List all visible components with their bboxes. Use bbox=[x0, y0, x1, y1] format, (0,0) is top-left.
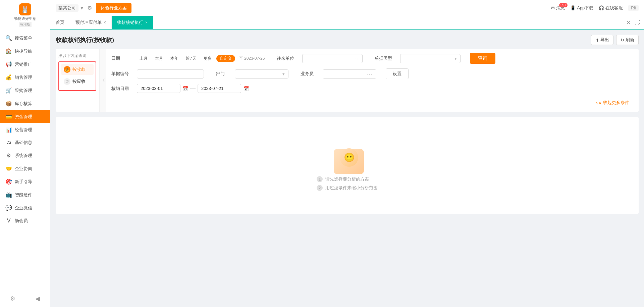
topbar-dropdown-icon[interactable]: ▾ bbox=[80, 5, 83, 11]
filter-scheme-sidebar: 按以下方案查询 💰 按收款 ⏱ 按应收 bbox=[56, 49, 99, 112]
collapse-more-btn[interactable]: ∧∧ 收起更多条件 bbox=[591, 98, 633, 108]
empty-hint-2: 2 用过滤条件来缩小分析范围 bbox=[317, 185, 378, 191]
app-badge: 标准版 bbox=[19, 22, 32, 27]
expand-tab-btn[interactable]: ⛶ bbox=[633, 18, 641, 27]
sidebar-item-label: 搜索菜单 bbox=[15, 35, 32, 41]
sidebar-item-label: 采购管理 bbox=[15, 88, 32, 94]
collapse-up-icon: ∧∧ bbox=[595, 100, 602, 105]
vip-icon: V bbox=[5, 218, 12, 224]
user-display: Rit bbox=[628, 5, 639, 11]
staff-dots-icon: ··· bbox=[367, 71, 373, 76]
sidebar-item-hardware[interactable]: 📺 智能硬件 bbox=[0, 188, 50, 201]
filter-by-receivable[interactable]: ⏱ 按应收 bbox=[61, 76, 94, 87]
verify-date-end-input[interactable] bbox=[198, 84, 241, 93]
close-tab-btn[interactable]: ✕ bbox=[625, 18, 632, 27]
hint-text-2: 用过滤条件来缩小分析范围 bbox=[325, 185, 378, 191]
sidebar-item-purchase[interactable]: 🛒 采购管理 bbox=[0, 84, 50, 97]
filter-body: 日期 上月 本月 本年 近7天 更多 自定义 至 2023-07-26 往来单位 bbox=[106, 49, 639, 112]
collapse-chevron-icon: 《 bbox=[101, 78, 105, 83]
refresh-btn[interactable]: ↻ 刷新 bbox=[616, 35, 639, 45]
marketing-icon: 📢 bbox=[5, 61, 12, 67]
sidebar-item-marketing[interactable]: 📢 营销推广 bbox=[0, 58, 50, 71]
collab-icon: 🤝 bbox=[5, 165, 12, 172]
filter-collapse-toggle[interactable]: 《 bbox=[99, 49, 106, 112]
counterpart-select[interactable]: ··· bbox=[302, 54, 363, 63]
sales-icon: 💰 bbox=[5, 74, 12, 81]
date-btn-custom[interactable]: 自定义 bbox=[216, 55, 235, 62]
sidebar-item-operations[interactable]: 📊 经营管理 bbox=[0, 123, 50, 136]
page-actions: ⬆ 导出 ↻ 刷新 bbox=[591, 35, 639, 45]
receivable-icon: ⏱ bbox=[64, 78, 70, 85]
empty-illustration: 😐 bbox=[330, 137, 364, 171]
tab-prepay-label: 预付冲应付单 bbox=[75, 19, 102, 25]
hint-num-1: 1 bbox=[317, 176, 323, 182]
tab-collection-close-icon[interactable]: × bbox=[145, 20, 148, 25]
sidebar-item-label: 新手引导 bbox=[15, 179, 32, 185]
sidebar-item-label: 企业协同 bbox=[15, 166, 32, 172]
sidebar-item-wechat[interactable]: 💬 企业微信 bbox=[0, 201, 50, 214]
filter-row-date: 日期 上月 本月 本年 近7天 更多 自定义 至 2023-07-26 往来单位 bbox=[111, 53, 633, 64]
tab-prepay-close-icon[interactable]: × bbox=[104, 20, 106, 25]
doc-no-input[interactable] bbox=[137, 69, 204, 79]
sidebar-item-label: 快捷导航 bbox=[15, 48, 32, 54]
wechat-icon: 💬 bbox=[5, 205, 12, 211]
date-btn-last-month[interactable]: 上月 bbox=[137, 55, 150, 62]
filter-by-receipt[interactable]: 💰 按收款 bbox=[61, 64, 94, 75]
query-btn[interactable]: 查询 bbox=[470, 53, 495, 64]
sidebar-item-label: 畅会员 bbox=[15, 218, 28, 224]
verify-date-wrap: 📅 — 📅 bbox=[137, 84, 249, 93]
settings-footer-btn[interactable]: ⚙ bbox=[8, 293, 17, 304]
sidebar-item-collab[interactable]: 🤝 企业协同 bbox=[0, 162, 50, 175]
date-btn-this-month[interactable]: 本月 bbox=[152, 55, 166, 62]
verify-date-end-cal-icon[interactable]: 📅 bbox=[243, 86, 249, 91]
doc-type-arrow-icon: ▾ bbox=[454, 56, 457, 61]
app-download-btn[interactable]: 📱 App下载 bbox=[570, 5, 593, 11]
settings-btn[interactable]: 设置 bbox=[386, 68, 409, 79]
sidebar-item-finance[interactable]: 💳 资金管理 bbox=[0, 110, 50, 123]
sidebar-item-system[interactable]: ⚙ 系统管理 bbox=[0, 149, 50, 162]
dept-select[interactable]: ▾ bbox=[235, 69, 288, 79]
tab-collection[interactable]: 收款核销执行 × bbox=[112, 16, 153, 29]
sidebar-item-guide[interactable]: 🎯 新手引导 bbox=[0, 175, 50, 188]
date-separator: — bbox=[190, 86, 196, 92]
sidebar-item-vip[interactable]: V 畅会员 bbox=[0, 214, 50, 227]
counterpart-dots-icon: ··· bbox=[354, 56, 359, 61]
industry-btn[interactable]: 体验行业方案 bbox=[96, 3, 131, 13]
verify-date-start-input[interactable] bbox=[137, 84, 180, 93]
content-area: 收款核销执行(按收款) ⬆ 导出 ↻ 刷新 按以下方案查询 bbox=[50, 30, 644, 307]
dept-arrow-icon: ▾ bbox=[282, 71, 285, 76]
filter-scheme-box: 💰 按收款 ⏱ 按应收 bbox=[58, 61, 96, 91]
staff-select[interactable]: ··· bbox=[323, 69, 376, 79]
hardware-icon: 📺 bbox=[5, 192, 12, 198]
date-options-group: 上月 本月 本年 近7天 更多 自定义 至 2023-07-26 bbox=[137, 55, 265, 62]
sidebar-item-search[interactable]: 🔍 搜索菜单 bbox=[0, 32, 50, 45]
doc-type-select[interactable]: ▾ bbox=[400, 54, 461, 63]
verify-date-start-cal-icon[interactable]: 📅 bbox=[182, 86, 188, 91]
sidebar-menu: 🔍 搜索菜单 🏠 快捷导航 📢 营销推广 💰 销售管理 🛒 采购管理 📦 库存核… bbox=[0, 30, 50, 290]
receipt-icon: 💰 bbox=[64, 66, 70, 73]
date-btn-more[interactable]: 更多 bbox=[201, 55, 214, 62]
sidebar-item-label: 营销推广 bbox=[15, 61, 32, 67]
date-btn-this-year[interactable]: 本年 bbox=[168, 55, 181, 62]
hint-num-2: 2 bbox=[317, 185, 323, 191]
collapse-sidebar-btn[interactable]: ◀ bbox=[33, 293, 42, 304]
verify-date-label: 核销日期 bbox=[111, 86, 131, 92]
tab-prepay[interactable]: 预付冲应付单 × bbox=[70, 16, 112, 29]
date-btn-7days[interactable]: 近7天 bbox=[183, 55, 199, 62]
sidebar-item-inventory[interactable]: 📦 库存核算 bbox=[0, 97, 50, 110]
app-label: App下载 bbox=[577, 5, 593, 11]
home-icon: 🏠 bbox=[5, 48, 12, 54]
export-icon: ⬆ bbox=[595, 38, 599, 43]
sidebar-item-label: 企业微信 bbox=[15, 205, 32, 211]
message-btn[interactable]: ✉ 消息 99+ bbox=[551, 5, 565, 11]
sidebar-item-nav[interactable]: 🏠 快捷导航 bbox=[0, 45, 50, 58]
tab-home-label: 首页 bbox=[56, 19, 64, 25]
export-btn[interactable]: ⬆ 导出 bbox=[591, 35, 613, 45]
app-name: 畅捷通好生意 bbox=[14, 16, 36, 21]
message-badge: 99+ bbox=[559, 3, 568, 7]
sidebar-item-basic-info[interactable]: 🗂 基础信息 bbox=[0, 136, 50, 149]
sidebar-item-sales[interactable]: 💰 销售管理 bbox=[0, 71, 50, 84]
topbar-gear-icon[interactable]: ⚙ bbox=[87, 5, 92, 11]
tab-home[interactable]: 首页 bbox=[50, 16, 70, 29]
online-service-btn[interactable]: 🎧 在线客服 bbox=[599, 5, 623, 11]
